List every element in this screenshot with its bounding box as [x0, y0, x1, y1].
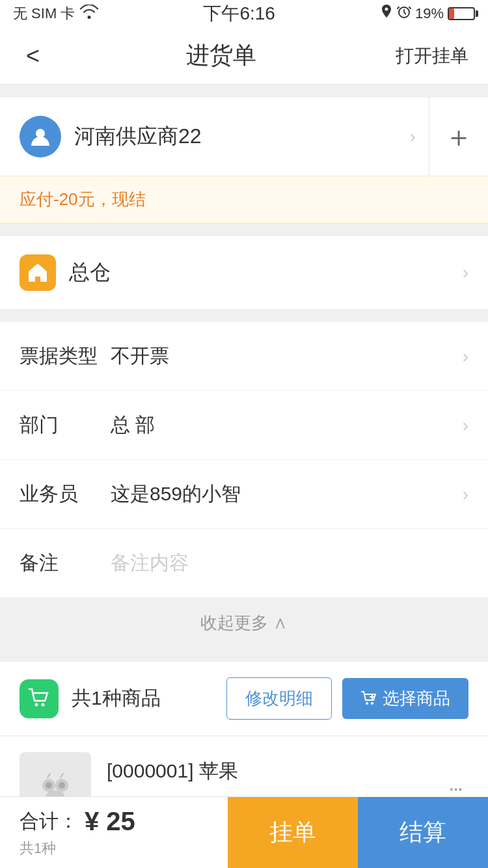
select-product-label: 选择商品 — [383, 687, 450, 710]
bottom-bar: 合计： ¥ 25 共1种 挂单 结算 — [0, 796, 488, 868]
product-count-text: 共1种商品 — [72, 685, 226, 712]
salesperson-row[interactable]: 业务员 这是859的小智 › — [0, 460, 488, 529]
location-icon — [380, 5, 393, 23]
battery-icon — [448, 7, 475, 20]
product-count-icon — [20, 679, 59, 718]
status-left: 无 SIM 卡 — [13, 4, 98, 23]
svg-point-8 — [46, 782, 52, 789]
warehouse-name: 总仓 — [69, 258, 456, 287]
svg-point-4 — [366, 702, 368, 705]
back-button[interactable]: < — [20, 36, 46, 76]
gap-2 — [0, 223, 488, 236]
invoice-type-label: 票据类型 — [20, 343, 111, 370]
total-row: 合计： ¥ 25 — [20, 807, 208, 836]
carrier-label: 无 SIM 卡 — [13, 4, 75, 23]
cart-icon — [28, 688, 50, 710]
department-label: 部门 — [20, 412, 111, 439]
warehouse-row[interactable]: 总仓 › — [0, 236, 488, 309]
warehouse-chevron-icon: › — [463, 262, 468, 283]
svg-point-5 — [371, 702, 373, 705]
supplier-add-button[interactable]: ＋ — [429, 98, 488, 176]
nav-bar: < 进货单 打开挂单 — [0, 27, 488, 85]
checkout-button[interactable]: 结算 — [358, 797, 488, 868]
supplier-section: 河南供应商22 › ＋ — [0, 98, 488, 176]
total-label: 合计： — [20, 808, 78, 835]
product-name: [0000001] 苹果 — [107, 758, 442, 785]
gap-4 — [0, 649, 488, 662]
remark-label: 备注 — [20, 550, 111, 576]
invoice-type-value: 不开票 — [111, 343, 456, 370]
salesperson-label: 业务员 — [20, 481, 111, 508]
warehouse-icon — [20, 254, 56, 291]
invoice-type-row[interactable]: 票据类型 不开票 › — [0, 322, 488, 391]
gap-1 — [0, 85, 488, 98]
supplier-avatar — [20, 116, 61, 157]
gap-3 — [0, 309, 488, 322]
battery-percentage: 19% — [415, 5, 444, 22]
salesperson-value: 这是859的小智 — [111, 481, 456, 508]
select-product-button[interactable]: 选择商品 — [342, 678, 468, 719]
remark-row[interactable]: 备注 备注内容 — [0, 529, 488, 597]
svg-point-1 — [36, 129, 45, 138]
department-row[interactable]: 部门 总 部 › — [0, 391, 488, 460]
total-amount: ¥ 25 — [85, 807, 135, 836]
open-hang-button[interactable]: 打开挂单 — [396, 44, 468, 68]
supplier-chevron-icon: › — [410, 126, 416, 147]
supplier-row[interactable]: 河南供应商22 › — [0, 98, 429, 176]
department-value: 总 部 — [111, 412, 456, 439]
invoice-type-chevron-icon: › — [463, 346, 468, 367]
remark-value: 备注内容 — [111, 550, 468, 576]
salesperson-chevron-icon: › — [463, 484, 468, 505]
svg-point-9 — [59, 782, 65, 789]
time-label: 下午6:16 — [203, 1, 275, 26]
svg-point-3 — [42, 703, 45, 706]
collapse-bar[interactable]: 收起更多 ∧ — [0, 597, 488, 649]
page-title: 进货单 — [186, 40, 256, 72]
home-icon — [27, 262, 48, 283]
person-icon — [29, 125, 52, 148]
payment-notice: 应付-20元，现结 — [0, 176, 488, 223]
supplier-name: 河南供应商22 — [74, 122, 403, 151]
product-code: [0000001] — [107, 760, 199, 781]
total-section: 合计： ¥ 25 共1种 — [0, 797, 228, 868]
svg-point-2 — [35, 703, 38, 706]
wifi-icon — [80, 5, 98, 23]
hang-button[interactable]: 挂单 — [228, 797, 358, 868]
status-right: 19% — [380, 5, 475, 23]
total-sub: 共1种 — [20, 839, 208, 858]
form-section: 票据类型 不开票 › 部门 总 部 › 业务员 这是859的小智 › 备注 备注… — [0, 322, 488, 597]
status-bar: 无 SIM 卡 下午6:16 19% — [0, 0, 488, 27]
edit-detail-button[interactable]: 修改明细 — [226, 677, 332, 720]
alarm-icon — [397, 5, 411, 23]
department-chevron-icon: › — [463, 415, 468, 436]
product-header: 共1种商品 修改明细 选择商品 — [0, 662, 488, 735]
select-cart-icon — [360, 690, 377, 707]
